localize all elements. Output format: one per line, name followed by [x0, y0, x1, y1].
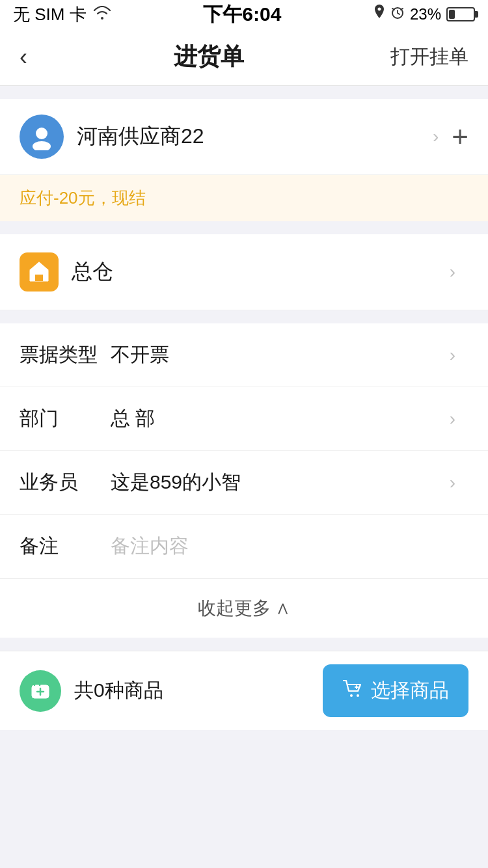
notice-text: 应付-20元，现结	[20, 188, 146, 208]
nav-bar: ‹ 进货单 打开挂单	[0, 29, 488, 86]
status-right: 23%	[373, 5, 475, 24]
warehouse-chevron-icon: ›	[450, 262, 455, 282]
svg-point-1	[36, 128, 47, 139]
warehouse-name: 总仓	[72, 258, 450, 286]
department-chevron-icon: ›	[450, 409, 455, 429]
svg-point-5	[350, 694, 353, 697]
supplier-row[interactable]: 河南供应商22 › +	[0, 99, 488, 175]
page-title: 进货单	[174, 41, 244, 73]
battery-icon	[446, 7, 475, 21]
collapse-label: 收起更多 ∧	[198, 598, 291, 618]
goods-count-text: 共0种商品	[74, 677, 310, 704]
ticket-type-label: 票据类型	[20, 342, 111, 368]
salesperson-chevron-icon: ›	[450, 472, 455, 493]
select-goods-label: 选择商品	[371, 677, 449, 704]
add-supplier-button[interactable]: +	[452, 122, 468, 151]
svg-rect-3	[35, 275, 43, 281]
department-label: 部门	[20, 405, 111, 432]
open-pending-button[interactable]: 打开挂单	[390, 44, 468, 70]
section-gap-3	[0, 310, 488, 323]
warehouse-row[interactable]: 总仓 ›	[0, 234, 488, 310]
location-icon	[373, 5, 385, 24]
carrier-text: 无 SIM 卡	[13, 3, 87, 26]
supplier-avatar	[20, 115, 64, 159]
remark-label: 备注	[20, 533, 111, 560]
remark-input[interactable]: 备注内容	[111, 533, 468, 560]
ticket-type-value: 不开票	[111, 342, 450, 368]
cart-icon	[342, 679, 363, 702]
battery-percent: 23%	[410, 5, 441, 23]
supplier-section: 河南供应商22 › + 应付-20元，现结	[0, 99, 488, 221]
salesperson-value: 这是859的小智	[111, 469, 450, 496]
collapse-bar[interactable]: 收起更多 ∧	[0, 578, 488, 638]
bottom-bar: 共0种商品 选择商品	[0, 651, 488, 730]
notice-bar: 应付-20元，现结	[0, 175, 488, 221]
goods-count-icon	[20, 670, 61, 712]
section-gap-4	[0, 638, 488, 651]
ticket-type-row[interactable]: 票据类型 不开票 ›	[0, 323, 488, 387]
department-row[interactable]: 部门 总 部 ›	[0, 387, 488, 451]
wifi-icon	[93, 5, 111, 25]
ticket-type-chevron-icon: ›	[450, 345, 455, 366]
warehouse-icon	[20, 252, 59, 292]
svg-point-6	[357, 694, 359, 697]
status-time: 下午6:04	[203, 1, 281, 28]
gray-fill	[0, 730, 488, 868]
svg-point-2	[33, 141, 51, 150]
alarm-icon	[390, 5, 405, 23]
supplier-name: 河南供应商22	[77, 122, 433, 151]
salesperson-label: 业务员	[20, 469, 111, 496]
remark-row[interactable]: 备注 备注内容	[0, 515, 488, 578]
back-button[interactable]: ‹	[20, 44, 27, 71]
form-section: 票据类型 不开票 › 部门 总 部 › 业务员 这是859的小智 › 备注 备注…	[0, 323, 488, 638]
department-value: 总 部	[111, 405, 450, 432]
salesperson-row[interactable]: 业务员 这是859的小智 ›	[0, 451, 488, 515]
status-bar: 无 SIM 卡 下午6:04 23%	[0, 0, 488, 29]
status-left: 无 SIM 卡	[13, 3, 111, 26]
section-gap-1	[0, 86, 488, 99]
section-gap-2	[0, 221, 488, 234]
supplier-chevron-icon: ›	[433, 126, 439, 147]
select-goods-button[interactable]: 选择商品	[323, 664, 468, 717]
